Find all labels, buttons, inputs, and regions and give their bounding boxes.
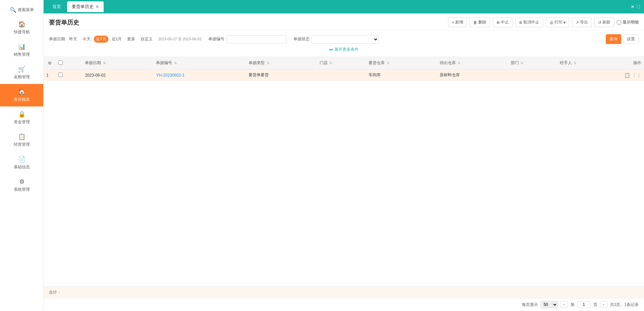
- export-button[interactable]: ↗ 导出: [572, 17, 592, 27]
- row-checkbox-cell: [56, 70, 82, 81]
- row-checkbox[interactable]: [58, 73, 63, 77]
- home-icon: 🏠: [18, 20, 25, 28]
- search-icon: 🔍: [10, 7, 16, 13]
- sidebar-item-inventory[interactable]: 🏠 库存核算: [0, 84, 43, 106]
- row-number-link[interactable]: YH-20230602-1: [156, 73, 184, 78]
- date-filter-item: 单据日期 昨天 今天 近7天 近1月 更多 自定义 2023-05-27 至 2…: [49, 36, 202, 43]
- table-row: 1 2023-06-02 YH-20230602-1 要货单要货 车间库 原材料…: [44, 70, 644, 81]
- window-close-icon[interactable]: ✕: [631, 4, 635, 9]
- sidebar-item-label: 基础信息: [14, 164, 30, 170]
- tab-home-label: 首页: [52, 4, 61, 10]
- tab-close-icon[interactable]: ✕: [96, 4, 99, 9]
- refresh-button[interactable]: ↺ 刷新: [594, 17, 614, 27]
- pagination-bar: 每页显示 50 20 100 200 ‹ 第 页 › 共1页，1条记录: [44, 298, 644, 311]
- date-last7days[interactable]: 近7天: [94, 36, 108, 43]
- date-range-text: 2023-05-27 至 2023-06-02: [158, 37, 202, 42]
- filter-btn-group: 查询 设置: [606, 34, 639, 44]
- doc-status-filter-item: 单据状态: [293, 35, 379, 44]
- sort-department-icon[interactable]: ⇅: [521, 61, 523, 65]
- sort-store-icon[interactable]: ⇅: [329, 61, 332, 65]
- cancel-stop-label: 取消中止: [523, 19, 539, 25]
- sidebar-item-system[interactable]: ⚙ 系统管理: [0, 174, 43, 196]
- main-area: 首页 要货单历史 ✕ ✕ □ 要货单历史 + 新增: [44, 0, 644, 311]
- prev-page-btn[interactable]: ‹: [560, 301, 568, 308]
- row-type: 要货单要货: [246, 70, 317, 81]
- finance-icon: 🔒: [18, 110, 25, 118]
- doc-number-filter-item: 单据编号: [208, 35, 287, 43]
- query-button[interactable]: 查询: [606, 34, 621, 44]
- system-icon: ⚙: [19, 178, 24, 185]
- row-date: 2023-06-02: [82, 70, 153, 81]
- refresh-label: 刷新: [602, 19, 610, 25]
- page-number-input[interactable]: [577, 301, 591, 308]
- sort-date-icon[interactable]: ⇅: [103, 61, 106, 65]
- per-page-select[interactable]: 50 20 100 200: [541, 301, 558, 308]
- per-page-label: 每页显示: [522, 302, 538, 308]
- export-label: 导出: [580, 19, 588, 25]
- sort-req-warehouse-icon[interactable]: ⇅: [387, 61, 389, 65]
- tab-requisition-history[interactable]: 要货单历史 ✕: [67, 1, 104, 12]
- sort-handler-icon[interactable]: ⇅: [574, 61, 576, 65]
- next-page-btn[interactable]: ›: [600, 301, 607, 308]
- sidebar-item-basic[interactable]: 📄 基础信息: [0, 151, 43, 174]
- print-label: 打印: [554, 19, 562, 25]
- row-more-icon[interactable]: ⋮⋮: [632, 73, 641, 78]
- export-icon: ↗: [576, 20, 579, 25]
- sidebar-item-label: 采购管理: [14, 74, 30, 80]
- page-label-first: 第: [571, 302, 575, 308]
- select-all-checkbox[interactable]: [58, 60, 63, 65]
- page-title: 要货单历史: [49, 18, 79, 27]
- sidebar-item-quick-nav[interactable]: 🏠 快捷导航: [0, 16, 43, 39]
- search-menu[interactable]: 🔍 搜索菜单: [0, 3, 43, 16]
- row-edit-icon[interactable]: 📋: [624, 73, 630, 78]
- stop-button[interactable]: ⊗ 中止: [493, 17, 513, 27]
- date-today[interactable]: 今天: [80, 36, 93, 43]
- display-detail-checkbox-wrap[interactable]: 显示明细: [617, 19, 639, 25]
- doc-number-input[interactable]: [226, 35, 287, 43]
- delete-icon: 🗑: [473, 20, 477, 25]
- total-label: 合计：: [49, 290, 61, 295]
- print-button[interactable]: 🖨 打印 ▾: [546, 17, 569, 27]
- date-last1month[interactable]: 近1月: [110, 36, 124, 43]
- sidebar-item-sales[interactable]: 📊 销售管理: [0, 39, 43, 61]
- sidebar-item-label: 系统管理: [14, 187, 30, 192]
- expand-more-btn[interactable]: ▾▾ 展开更多条件: [49, 47, 639, 52]
- table-col-store: 门店 ⇅: [317, 57, 366, 70]
- row-index: 1: [44, 70, 56, 81]
- new-button[interactable]: + 新增: [448, 17, 467, 27]
- delete-button[interactable]: 🗑 删除: [470, 17, 490, 27]
- settings-button[interactable]: 设置: [623, 34, 639, 44]
- stop-icon: ⊗: [496, 20, 500, 25]
- basic-icon: 📄: [18, 156, 25, 163]
- sidebar-item-purchase[interactable]: 🛒 采购管理: [0, 61, 43, 84]
- sort-type-icon[interactable]: ⇅: [267, 61, 269, 65]
- doc-status-select[interactable]: [312, 35, 379, 44]
- expand-more-icon: ▾▾: [329, 47, 333, 52]
- table-col-actions: 操作: [617, 57, 644, 70]
- window-maximize-icon[interactable]: □: [637, 4, 640, 9]
- refresh-icon: ↺: [598, 20, 601, 25]
- tab-home[interactable]: 首页: [48, 1, 66, 12]
- table-col-settings[interactable]: ⚙: [44, 57, 56, 70]
- data-table: ⚙ 单据日期 ⇅ 单据编号 ⇅ 单据类型: [44, 57, 644, 81]
- tab-requisition-history-label: 要货单历史: [72, 4, 94, 10]
- sidebar: 🔍 搜索菜单 🏠 快捷导航 📊 销售管理 🛒 采购管理 🏠 库存核算 🔒 资金管…: [0, 0, 44, 311]
- sort-number-icon[interactable]: ⇅: [174, 61, 177, 65]
- table-header-row: ⚙ 单据日期 ⇅ 单据编号 ⇅ 单据类型: [44, 57, 644, 70]
- date-custom[interactable]: 自定义: [139, 36, 155, 43]
- table-col-pending-warehouse: 待出仓库 ⇅: [437, 57, 508, 70]
- cancel-stop-button[interactable]: ⊗ 取消中止: [515, 17, 543, 27]
- inventory-icon: 🏠: [18, 88, 25, 95]
- date-yesterday[interactable]: 昨天: [67, 36, 79, 43]
- header-actions: + 新增 🗑 删除 ⊗ 中止 ⊗ 取消中止: [448, 17, 639, 27]
- row-req-warehouse: 车间库: [366, 70, 437, 81]
- search-menu-label: 搜索菜单: [18, 7, 34, 13]
- sidebar-item-label: 库存核算: [14, 97, 30, 102]
- table-col-req-warehouse: 要货仓库 ⇅: [366, 57, 437, 70]
- sidebar-item-operation[interactable]: 📋 经营管理: [0, 129, 43, 151]
- date-more[interactable]: 更多: [125, 36, 137, 43]
- table-col-checkbox: [56, 57, 82, 70]
- display-detail-checkbox[interactable]: [617, 20, 621, 25]
- sidebar-item-finance[interactable]: 🔒 资金管理: [0, 106, 43, 129]
- sort-pending-warehouse-icon[interactable]: ⇅: [458, 61, 460, 65]
